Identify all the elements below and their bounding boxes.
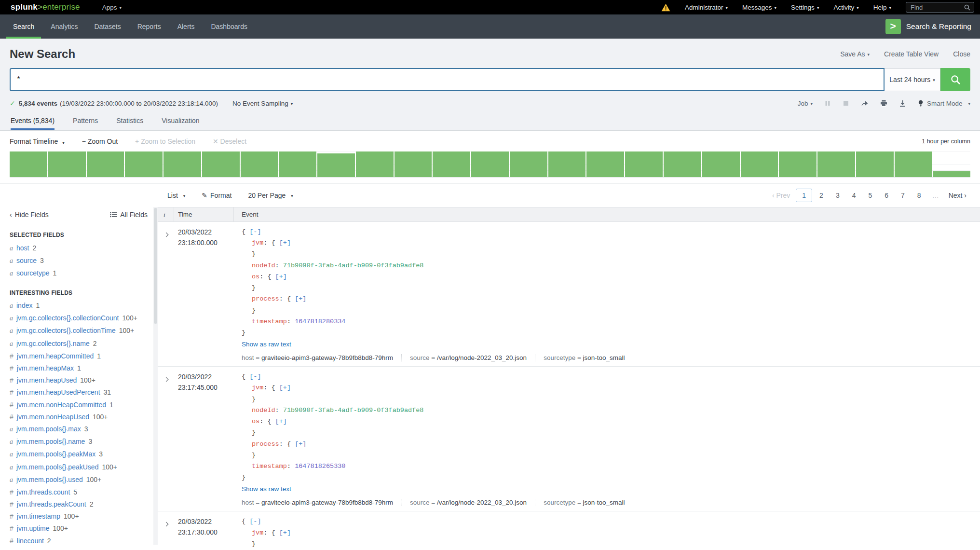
nav-item-alerts[interactable]: Alerts <box>169 14 203 39</box>
field-item-jvm.mem.pools.peakMax[interactable]: ajvm.mem.pools{}.peakMax3 <box>0 448 153 461</box>
timeline-bar-11[interactable] <box>395 151 432 177</box>
event-meta-host[interactable]: host = graviteeio-apim3-gateway-78b9fb8b… <box>242 499 402 506</box>
timeline-bar-13[interactable] <box>471 151 509 177</box>
timeline-bar-23[interactable] <box>856 151 894 177</box>
field-item-jvm.gc.collectors.collectionTime[interactable]: ajvm.gc.collectors{}.collectionTime100+ <box>0 325 153 337</box>
all-fields-button[interactable]: All Fields <box>110 211 148 219</box>
chevron-right-icon[interactable] <box>164 233 169 237</box>
search-query-input[interactable] <box>11 76 884 84</box>
timeline-bar-16[interactable] <box>586 151 624 177</box>
nav-item-search[interactable]: Search <box>5 14 42 39</box>
timeline-bar-22[interactable] <box>817 151 855 177</box>
json-toggle[interactable]: [-] <box>249 373 261 380</box>
job-menu[interactable]: Job ▾ <box>798 100 813 107</box>
tab-statistics[interactable]: Statistics <box>116 117 143 130</box>
pagination-page-4[interactable]: 4 <box>847 189 861 202</box>
json-toggle[interactable]: [+] <box>295 440 306 448</box>
apps-menu[interactable]: Apps ▾ <box>102 4 122 11</box>
json-toggle[interactable]: [+] <box>279 239 291 247</box>
nav-item-dashboards[interactable]: Dashboards <box>203 14 256 39</box>
field-item-jvm.timestamp[interactable]: #jvm.timestamp100+ <box>0 510 153 522</box>
event-meta-source[interactable]: source = /var/log/node-2022_03_20.json <box>410 354 535 361</box>
pagination-page-7[interactable]: 7 <box>896 189 910 202</box>
event-meta-sourcetype[interactable]: sourcetype = json-too_small <box>544 499 633 506</box>
timeline-bar-18[interactable] <box>664 151 701 177</box>
pagination-page-6[interactable]: 6 <box>879 189 894 202</box>
json-toggle[interactable]: [+] <box>275 273 287 280</box>
field-item-jvm.uptime[interactable]: #jvm.uptime100+ <box>0 522 153 535</box>
timeline-bar-9[interactable] <box>317 153 355 177</box>
field-item-jvm.threads.count[interactable]: #jvm.threads.count5 <box>0 486 153 498</box>
field-item-jvm.mem.pools.peakUsed[interactable]: ajvm.mem.pools{}.peakUsed100+ <box>0 461 153 473</box>
zoom-out-button[interactable]: − Zoom Out <box>82 138 118 145</box>
field-item-linecount[interactable]: #linecount2 <box>0 535 153 547</box>
show-as-raw-text-link[interactable]: Show as raw text <box>242 341 291 348</box>
scrollbar-thumb[interactable] <box>154 208 157 324</box>
event-meta-source[interactable]: source = /var/log/node-2022_03_20.json <box>410 499 535 506</box>
timeline-bar-15[interactable] <box>548 151 586 177</box>
field-item-jvm.gc.collectors.name[interactable]: ajvm.gc.collectors{}.name2 <box>0 337 153 350</box>
json-toggle[interactable]: [+] <box>295 295 306 302</box>
per-page-menu[interactable]: 20 Per Page ▾ <box>248 192 293 199</box>
json-toggle[interactable]: [+] <box>279 529 291 536</box>
topbar-menu-settings[interactable]: Settings▾ <box>791 4 819 11</box>
timeline-bar-6[interactable] <box>202 151 240 177</box>
format-results-button[interactable]: ✎ Format <box>202 192 231 199</box>
timeline-bar-1[interactable] <box>10 151 47 177</box>
topbar-menu-messages[interactable]: Messages▾ <box>742 4 776 11</box>
field-item-jvm.gc.collectors.collectionCount[interactable]: ajvm.gc.collectors{}.collectionCount100+ <box>0 312 153 325</box>
field-item-index[interactable]: aindex1 <box>0 300 153 312</box>
timeline-bar-21[interactable] <box>779 151 817 177</box>
chevron-right-icon[interactable] <box>164 377 169 382</box>
timeline-bar-19[interactable] <box>702 151 740 177</box>
event-meta-host[interactable]: host = graviteeio-apim3-gateway-78b9fb8b… <box>242 354 402 361</box>
topbar-menu-activity[interactable]: Activity▾ <box>833 4 858 11</box>
nav-item-datasets[interactable]: Datasets <box>86 14 129 39</box>
tab-patterns[interactable]: Patterns <box>73 117 98 130</box>
save-as-button[interactable]: Save As ▾ <box>840 50 870 58</box>
pagination-page-2[interactable]: 2 <box>814 189 829 202</box>
topbar-menu-help[interactable]: Help▾ <box>873 4 891 11</box>
timeline-bar-3[interactable] <box>87 151 124 177</box>
json-toggle[interactable]: [+] <box>279 384 291 391</box>
timeline-bar-20[interactable] <box>741 151 778 177</box>
timeline-bar-8[interactable] <box>279 151 316 177</box>
format-timeline-menu[interactable]: Format Timeline ▾ <box>10 138 65 145</box>
event-sampling-menu[interactable]: No Event Sampling ▾ <box>232 100 293 107</box>
timeline-bar-24[interactable] <box>895 151 932 177</box>
timeline-bar-17[interactable] <box>625 151 663 177</box>
event-time-cell[interactable]: 20/03/202223:18:00.000 <box>174 226 234 361</box>
app-context[interactable]: > Search & Reporting <box>885 14 971 39</box>
tab-events[interactable]: Events (5,834) <box>11 117 54 130</box>
timeline-bar-12[interactable] <box>433 151 470 177</box>
field-item-jvm.mem.heapMax[interactable]: #jvm.mem.heapMax1 <box>0 362 153 374</box>
search-mode-menu[interactable]: Smart Mode ▾ <box>918 100 970 107</box>
sidebar-scrollbar[interactable] <box>153 207 158 545</box>
hide-fields-button[interactable]: ‹ Hide Fields <box>10 211 49 219</box>
field-item-jvm.mem.heapCommitted[interactable]: #jvm.mem.heapCommitted1 <box>0 350 153 362</box>
share-job-icon[interactable] <box>861 100 869 107</box>
print-icon[interactable] <box>880 100 887 107</box>
pagination-page-1-current[interactable]: 1 <box>796 189 812 202</box>
timeline-bar-14[interactable] <box>510 151 547 177</box>
nav-item-reports[interactable]: Reports <box>129 14 169 39</box>
field-item-jvm.mem.heapUsedPercent[interactable]: #jvm.mem.heapUsedPercent31 <box>0 386 153 399</box>
pagination-page-3[interactable]: 3 <box>830 189 845 202</box>
tab-visualization[interactable]: Visualization <box>162 117 199 130</box>
field-item-source[interactable]: asource3 <box>0 254 153 267</box>
pagination-next[interactable]: Next › <box>945 189 970 202</box>
timeline-bar-10[interactable] <box>356 151 394 177</box>
chevron-right-icon[interactable] <box>164 522 169 527</box>
field-item-jvm.threads.peakCount[interactable]: #jvm.threads.peakCount2 <box>0 498 153 510</box>
create-table-view-button[interactable]: Create Table View <box>884 50 939 58</box>
timeline-bar-4[interactable] <box>125 151 163 177</box>
field-item-jvm.mem.pools.name[interactable]: ajvm.mem.pools{}.name3 <box>0 436 153 448</box>
nav-item-analytics[interactable]: Analytics <box>42 14 86 39</box>
list-view-menu[interactable]: List ▾ <box>167 192 185 199</box>
field-item-jvm.mem.heapUsed[interactable]: #jvm.mem.heapUsed100+ <box>0 374 153 386</box>
timeline-bar-2[interactable] <box>48 151 86 177</box>
timeline-bar-7[interactable] <box>241 151 278 177</box>
time-range-picker[interactable]: Last 24 hours ▾ <box>885 68 940 91</box>
field-item-jvm.mem.pools.used[interactable]: ajvm.mem.pools{}.used100+ <box>0 473 153 486</box>
field-item-host[interactable]: ahost2 <box>0 242 153 254</box>
